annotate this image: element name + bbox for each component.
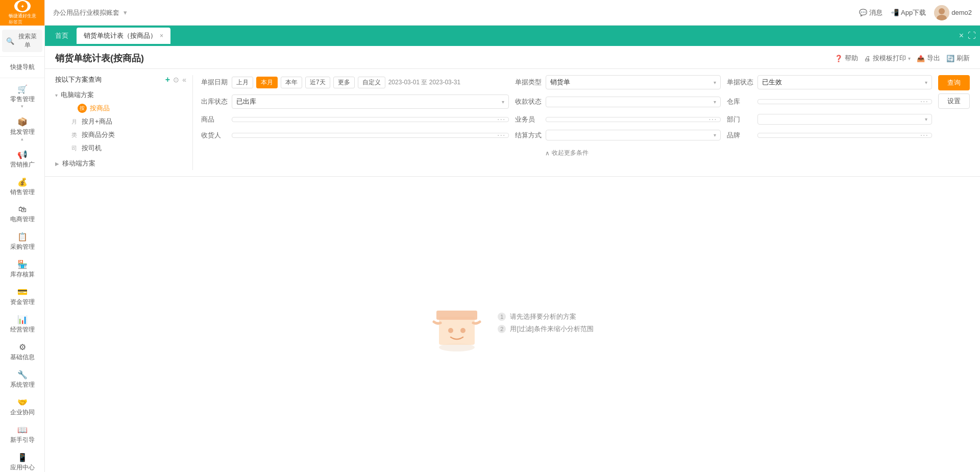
date-field: 单据日期 上月 本月 本年 近7天 更多 自定义: [201, 77, 509, 88]
print-dropdown-icon: ▾: [908, 56, 911, 61]
goods-label: 商品: [201, 115, 232, 124]
warehouse-picker-btn[interactable]: ···: [920, 97, 928, 106]
app-download-btn[interactable]: 📲 App下载: [891, 8, 926, 17]
hint-num-1: 1: [498, 313, 506, 321]
sidebar-item-apps[interactable]: 📱 应用中心: [0, 449, 44, 472]
warehouse-input[interactable]: ···: [757, 99, 932, 104]
sidebar-item-ecommerce[interactable]: 🛍 电商管理: [0, 201, 44, 228]
print-label: 按模板打印: [873, 54, 906, 63]
sidebar-item-purchase-label: 采购管理: [10, 243, 35, 251]
goods-input[interactable]: ···: [232, 117, 509, 122]
brand-value: ···: [757, 133, 932, 138]
export-btn[interactable]: 📤 导出: [917, 54, 940, 63]
sidebar-item-enterprise-label: 企业协同: [10, 408, 35, 417]
last-month-btn[interactable]: 上月: [232, 77, 253, 88]
sidebar-item-retail[interactable]: 🛒 零售管理 ▾: [0, 80, 44, 113]
company-selector[interactable]: 办公用品行业模拟账套 ▾: [53, 8, 851, 17]
scheme-by-goods-label: 按商品: [90, 104, 110, 113]
svg-text:✦: ✦: [20, 4, 24, 9]
empty-hint-1: 1 请先选择要分析的方案: [498, 312, 593, 321]
consignee-input[interactable]: ···: [232, 133, 509, 138]
sidebar-item-basic[interactable]: ⚙ 基础信息: [0, 338, 44, 366]
quick-nav-btn[interactable]: 快捷导航: [0, 60, 44, 75]
sidebar-item-operations[interactable]: 📊 经营管理: [0, 311, 44, 338]
doc-type-select[interactable]: 销货单 ▾: [546, 75, 720, 89]
scheme-collapse-btn[interactable]: «: [182, 76, 186, 84]
collapse-bar[interactable]: ∧ 收起更多条件: [201, 146, 932, 160]
app-logo[interactable]: ✦ 畅捷通好生意 标签页: [0, 0, 44, 26]
consignee-picker-btn[interactable]: ···: [497, 131, 505, 140]
close-window-btn[interactable]: ×: [959, 31, 964, 40]
scheme-tree: ▾ 电脑端方案 按 按商品 月 按月+商品: [55, 88, 186, 170]
main-area: 办公用品行业模拟账套 ▾ 💬 消息 📲 App下载 demo2 首页: [45, 0, 980, 472]
empty-state: 1 请先选择要分析的方案 2 用[过滤]条件来缩小分析范围: [45, 177, 980, 472]
maximize-window-btn[interactable]: ⛶: [968, 31, 976, 40]
sidebar-item-finance[interactable]: 💳 资金管理: [0, 283, 44, 311]
tab-active[interactable]: 销货单统计表（按商品） ×: [77, 28, 170, 44]
outbound-select[interactable]: 已出库 ▾: [232, 95, 509, 109]
settings-button[interactable]: 设置: [938, 93, 970, 109]
help-btn[interactable]: ❓ 帮助: [835, 54, 858, 63]
receipt-select[interactable]: ▾: [546, 97, 720, 107]
svg-rect-6: [439, 317, 475, 345]
export-label: 导出: [927, 54, 940, 63]
doc-status-label: 单据状态: [727, 78, 757, 87]
brand-input[interactable]: ···: [757, 133, 932, 138]
brand-label: 品牌: [727, 131, 757, 140]
goods-picker-btn[interactable]: ···: [497, 115, 505, 124]
refresh-label: 刷新: [957, 54, 970, 63]
operations-icon: 📊: [17, 315, 28, 324]
sidebar-item-purchase[interactable]: 📋 采购管理: [0, 228, 44, 255]
scheme-settings-btn[interactable]: ⊙: [173, 76, 179, 84]
scheme-mobile-parent[interactable]: ▶ 移动端方案: [55, 157, 186, 170]
salesperson-input[interactable]: ···: [546, 117, 720, 122]
sidebar-item-wholesale[interactable]: 📦 批发管理 ▴: [0, 113, 44, 146]
brand-picker-btn[interactable]: ···: [920, 131, 928, 140]
content-area: 销货单统计表(按商品) ❓ 帮助 🖨 按模板打印 ▾ 📤 导出 🔄 刷新: [45, 46, 980, 472]
refresh-btn[interactable]: 🔄 刷新: [946, 54, 970, 63]
print-btn[interactable]: 🖨 按模板打印 ▾: [864, 54, 911, 63]
sidebar-item-sales[interactable]: 💰 销售管理: [0, 173, 44, 201]
collapse-icon: ∧: [545, 150, 550, 157]
tab-close-btn[interactable]: ×: [160, 32, 163, 39]
sidebar-item-inventory[interactable]: 🏪 库存核算: [0, 255, 44, 283]
scheme-pc-parent[interactable]: ▾ 电脑端方案: [55, 88, 186, 102]
scheme-by-category[interactable]: 类 按商品分类: [67, 128, 186, 141]
department-select[interactable]: ▾: [757, 114, 932, 125]
sidebar-item-system[interactable]: 🔧 系统管理: [0, 366, 44, 393]
search-menu-btn[interactable]: 🔍 搜索菜单: [2, 30, 42, 52]
last7-btn[interactable]: 近7天: [305, 77, 330, 88]
warehouse-value: ···: [757, 99, 932, 104]
wholesale-expand-icon: ▴: [21, 136, 23, 141]
sidebar-item-guide[interactable]: 📖 新手引导: [0, 421, 44, 449]
outbound-arrow: ▾: [502, 99, 504, 105]
custom-btn[interactable]: 自定义: [358, 77, 385, 88]
scheme-by-goods[interactable]: 按 按商品: [67, 102, 186, 115]
department-arrow: ▾: [925, 116, 927, 122]
doc-status-select[interactable]: 已生效 ▾: [757, 75, 932, 89]
scheme-add-btn[interactable]: +: [165, 75, 170, 84]
settlement-select[interactable]: ▾: [546, 130, 720, 140]
settlement-value: ▾: [546, 130, 720, 140]
filter-row-3: 商品 ··· 业务员: [201, 114, 932, 125]
scheme-by-month-goods[interactable]: 月 按月+商品: [67, 115, 186, 128]
user-profile-btn[interactable]: demo2: [934, 5, 972, 20]
svg-point-8: [448, 328, 453, 333]
this-month-btn[interactable]: 本月: [256, 77, 278, 88]
print-icon: 🖨: [864, 55, 871, 62]
sidebar-item-marketing[interactable]: 📢 营销推广: [0, 146, 44, 173]
salesperson-picker-btn[interactable]: ···: [708, 115, 717, 124]
consignee-field: 收货人 ···: [201, 131, 509, 140]
scheme-by-driver[interactable]: 司 按司机: [67, 141, 186, 155]
sidebar: ✦ 畅捷通好生意 标签页 🔍 搜索菜单 快捷导航 🛒 零售管理 ▾ 📦 批发管理…: [0, 0, 45, 472]
this-year-btn[interactable]: 本年: [281, 77, 302, 88]
tab-home[interactable]: 首页: [49, 28, 75, 44]
sidebar-item-enterprise[interactable]: 🤝 企业协同: [0, 393, 44, 421]
settlement-arrow: ▾: [714, 132, 716, 138]
message-btn[interactable]: 💬 消息: [859, 8, 883, 17]
more-btn[interactable]: 更多: [333, 77, 355, 88]
salesperson-label: 业务员: [515, 115, 546, 124]
query-button[interactable]: 查询: [938, 75, 970, 90]
sidebar-item-guide-label: 新手引导: [10, 436, 35, 444]
goods-field: 商品 ···: [201, 115, 509, 124]
